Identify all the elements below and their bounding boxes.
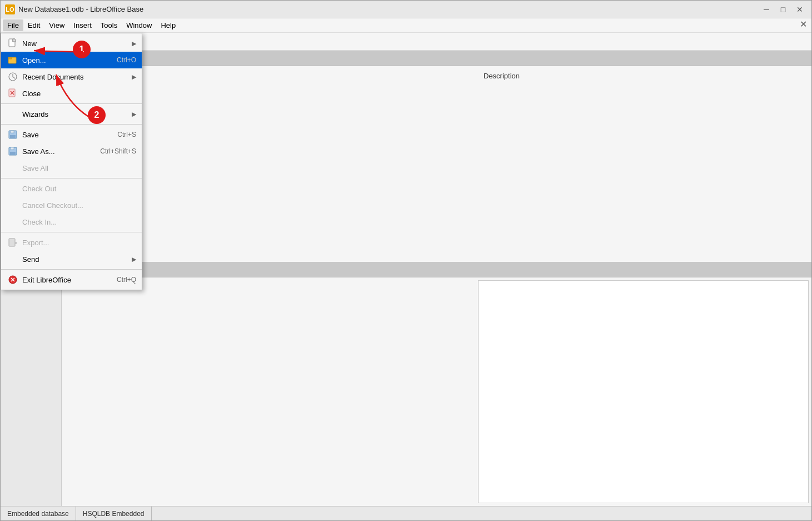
recent-icon bbox=[7, 71, 19, 83]
title-bar: LO New Database1.odb - LibreOffice Base … bbox=[1, 1, 811, 18]
top-description: Description bbox=[478, 66, 811, 259]
new-icon bbox=[7, 37, 19, 49]
sep-3 bbox=[1, 178, 142, 178]
sep-2 bbox=[1, 124, 142, 125]
svg-rect-30 bbox=[11, 147, 14, 150]
send-label: Send bbox=[22, 255, 129, 264]
menu-item-open[interactable]: Open... Ctrl+O bbox=[1, 52, 142, 68]
description-box bbox=[478, 280, 809, 503]
bottom-section bbox=[62, 262, 811, 506]
maximize-button[interactable]: □ bbox=[776, 4, 790, 15]
app-icon-text: LO bbox=[6, 6, 14, 13]
close-icon bbox=[7, 87, 19, 100]
save-shortcut: Ctrl+S bbox=[117, 131, 136, 138]
menu-item-checkout: Check Out bbox=[1, 180, 142, 197]
checkout-icon bbox=[7, 182, 19, 195]
bottom-body bbox=[62, 277, 811, 506]
menu-help[interactable]: Help bbox=[156, 19, 180, 31]
description-header: Description bbox=[484, 72, 520, 80]
menu-window[interactable]: Window bbox=[122, 19, 156, 31]
checkin-icon bbox=[7, 216, 19, 228]
svg-rect-27 bbox=[11, 131, 14, 133]
right-content: Description bbox=[62, 51, 811, 506]
exit-label: Exit LibreOffice bbox=[22, 276, 106, 284]
menu-item-recent[interactable]: Recent Documents ▶ bbox=[1, 68, 142, 85]
status-bar: Embedded database HSQLDB Embedded bbox=[1, 506, 811, 520]
app-icon: LO bbox=[5, 4, 15, 14]
new-label: New bbox=[22, 39, 129, 48]
svg-marker-16 bbox=[13, 39, 16, 42]
saveas-shortcut: Ctrl+Shift+S bbox=[100, 147, 136, 155]
menu-view[interactable]: View bbox=[44, 19, 69, 31]
menu-item-checkin: Check In... bbox=[1, 214, 142, 230]
menu-item-export: Export... bbox=[1, 234, 142, 251]
svg-rect-26 bbox=[10, 135, 16, 138]
top-body: Description bbox=[62, 66, 811, 259]
export-icon bbox=[7, 236, 19, 249]
recent-arrow: ▶ bbox=[132, 73, 136, 81]
menu-item-new[interactable]: New ▶ bbox=[1, 35, 142, 52]
svg-line-21 bbox=[13, 77, 15, 78]
saveas-icon bbox=[7, 145, 19, 157]
menu-item-send[interactable]: Send ▶ bbox=[1, 251, 142, 267]
send-arrow: ▶ bbox=[132, 256, 136, 263]
svg-rect-29 bbox=[10, 152, 16, 155]
menu-item-saveall: Save All bbox=[1, 160, 142, 176]
menu-insert[interactable]: Insert bbox=[69, 19, 96, 31]
window-title: New Database1.odb - LibreOffice Base bbox=[18, 5, 759, 13]
window-close-x[interactable]: ✕ bbox=[800, 19, 807, 29]
export-label: Export... bbox=[22, 239, 136, 247]
file-dropdown-menu: New ▶ Open... Ctrl+O Recent bbox=[1, 33, 142, 290]
menu-tools[interactable]: Tools bbox=[96, 19, 122, 31]
status-segment-left: Embedded database bbox=[1, 507, 76, 520]
cancelcheckout-label: Cancel Checkout... bbox=[22, 201, 136, 210]
menu-item-cancelcheckout: Cancel Checkout... bbox=[1, 197, 142, 214]
menu-edit[interactable]: Edit bbox=[23, 19, 44, 31]
close-button[interactable]: ✕ bbox=[793, 4, 807, 15]
menu-item-wizards[interactable]: Wizards ▶ bbox=[1, 106, 142, 122]
cancelcheckout-icon bbox=[7, 199, 19, 211]
checkout-label: Check Out bbox=[22, 185, 136, 193]
sep-5 bbox=[1, 269, 142, 270]
status-segment-middle: HSQLDB Embedded bbox=[76, 507, 152, 520]
new-arrow: ▶ bbox=[132, 40, 136, 47]
menu-file[interactable]: File bbox=[3, 19, 23, 31]
menu-item-exit[interactable]: Exit LibreOffice Ctrl+Q bbox=[1, 271, 142, 288]
send-icon bbox=[7, 253, 19, 265]
wizards-icon bbox=[7, 108, 19, 120]
app-window: LO New Database1.odb - LibreOffice Base … bbox=[0, 0, 812, 521]
save-label: Save bbox=[22, 131, 106, 139]
window-controls: ─ □ ✕ bbox=[759, 4, 807, 15]
menu-bar: File Edit View Insert Tools Window Help … bbox=[1, 18, 811, 33]
open-label: Open... bbox=[22, 56, 106, 64]
open-icon bbox=[7, 54, 19, 66]
exit-icon bbox=[7, 274, 19, 286]
checkin-label: Check In... bbox=[22, 218, 136, 226]
saveas-label: Save As... bbox=[22, 147, 89, 156]
exit-shortcut: Ctrl+Q bbox=[117, 276, 136, 284]
saveall-label: Save All bbox=[22, 164, 136, 172]
bottom-header-bar bbox=[62, 262, 811, 277]
menu-item-save[interactable]: Save Ctrl+S bbox=[1, 126, 142, 143]
top-header-bar bbox=[62, 51, 811, 66]
saveall-icon bbox=[7, 162, 19, 174]
save-icon bbox=[7, 128, 19, 141]
minimize-button[interactable]: ─ bbox=[759, 4, 774, 15]
sep-4 bbox=[1, 232, 142, 232]
svg-rect-31 bbox=[9, 239, 15, 246]
sep-1 bbox=[1, 103, 142, 104]
svg-rect-18 bbox=[8, 57, 12, 59]
open-shortcut: Ctrl+O bbox=[117, 56, 136, 64]
menu-item-close[interactable]: Close bbox=[1, 85, 142, 102]
close-label: Close bbox=[22, 90, 136, 98]
wizards-label: Wizards bbox=[22, 110, 129, 118]
wizards-arrow: ▶ bbox=[132, 111, 136, 118]
menu-item-saveas[interactable]: Save As... Ctrl+Shift+S bbox=[1, 143, 142, 160]
recent-label: Recent Documents bbox=[22, 73, 129, 81]
status-segment-right bbox=[152, 507, 812, 520]
